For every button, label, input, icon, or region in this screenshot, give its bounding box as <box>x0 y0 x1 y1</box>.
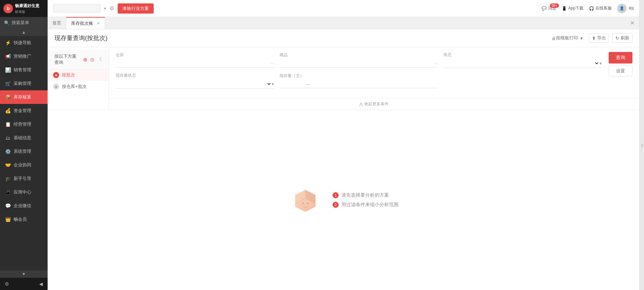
inventory-qty-to[interactable] <box>312 81 336 87</box>
filter-fields-inner: 仓库 ··· 商品 <box>109 47 639 98</box>
filter-status-field: 状态 ▾ <box>443 52 602 68</box>
quick-nav-icon: ⚡ <box>5 40 11 46</box>
search-label: 搜索菜单 <box>12 20 29 26</box>
sidebar-item-finance[interactable]: 💰 资金管理 <box>0 104 48 117</box>
filter-row-2: 现存量状态 ▾ 现存量（主） <box>116 73 602 89</box>
sidebar-item-label: 经营管理 <box>14 121 31 127</box>
scheme-settings-icon[interactable]: ◎ <box>90 57 94 62</box>
scheme-collapse-icon[interactable]: 《 <box>97 56 102 62</box>
industry-btn[interactable]: 体验行业方案 <box>118 3 154 14</box>
tab-home[interactable]: 首页 <box>48 17 66 29</box>
topbar-chevron-icon[interactable]: ▾ <box>104 6 106 11</box>
right-scroll-handle[interactable]: ❯ <box>639 0 644 290</box>
settings-button[interactable]: 设置 <box>609 66 632 76</box>
scheme-active-icon: ● <box>53 72 59 78</box>
empty-hint-1: 1 请先选择要分析的方案 <box>333 192 399 198</box>
sidebar-search[interactable]: 🔍 搜索菜单 <box>0 17 48 29</box>
topbar-app-download[interactable]: 📱 App下载 <box>562 5 583 11</box>
topbar-search-box[interactable] <box>53 4 101 13</box>
print-arrow-icon[interactable]: ▾ <box>578 36 583 41</box>
sidebar-item-label: 营销推广 <box>14 53 31 59</box>
topbar-user[interactable]: 👤 Rit <box>617 4 634 13</box>
topbar-gear-icon[interactable]: ⚙ <box>109 5 114 12</box>
tab-close-icon[interactable]: ✕ <box>97 21 100 26</box>
sidebar-item-label: 销售管理 <box>14 67 31 73</box>
tab-bar-close-button[interactable]: ✕ <box>625 20 639 26</box>
sidebar-item-ops[interactable]: 📋 经营管理 <box>0 117 48 131</box>
printer-icon: 🖨 <box>552 36 556 41</box>
filter-collapse-row[interactable]: ⋀ 收起更多条件 <box>109 98 639 110</box>
query-button[interactable]: 查询 <box>609 52 632 64</box>
headset-icon: 🎧 <box>589 6 594 11</box>
inventory-qty-from[interactable] <box>279 81 303 87</box>
sidebar-settings-icon[interactable]: ⚙ <box>5 281 9 287</box>
sidebar-item-appcenter[interactable]: 📱 应用中心 <box>0 185 48 199</box>
goods-input-row[interactable]: ··· <box>279 59 438 68</box>
sidebar-item-label: 企业协同 <box>14 162 31 168</box>
print-btn[interactable]: 🖨 按模板打印 ▾ <box>549 34 586 42</box>
sidebar-scroll-up[interactable]: ▲ <box>0 29 48 36</box>
sidebar-item-label: 库存核算 <box>14 94 31 100</box>
sidebar-item-marketing[interactable]: 📢 营销推广 <box>0 50 48 63</box>
range-dash: — <box>305 81 310 87</box>
warehouse-input-row[interactable]: ··· <box>116 59 274 68</box>
status-select-row[interactable]: ▾ <box>443 59 602 68</box>
filter-scheme-panel: 按以下方案查询 ⊕ ◎ 《 ● 按批次 ● 按仓库+批次 <box>48 47 109 110</box>
warehouse-more-icon[interactable]: ··· <box>271 61 274 66</box>
refresh-label: 刷新 <box>621 35 629 41</box>
topbar-online-support[interactable]: 🎧 在线客服 <box>589 5 612 11</box>
sidebar-item-label: 基础信息 <box>14 135 31 141</box>
inventory-status-select[interactable] <box>116 81 272 87</box>
refresh-btn[interactable]: ↻ 刷新 <box>612 33 632 43</box>
base-icon: 🗂 <box>5 135 11 141</box>
marketing-icon: 📢 <box>5 53 11 59</box>
topbar-messages[interactable]: 💬 消息 99+ <box>542 5 556 11</box>
sidebar-item-quick-nav[interactable]: ⚡ 快捷导航 <box>0 36 48 50</box>
tab-inventory-batch-label: 库存批次账 <box>71 20 93 26</box>
status-select[interactable] <box>443 60 599 66</box>
sidebar-item-sales[interactable]: 📊 销售管理 <box>0 63 48 77</box>
goods-label: 商品 <box>279 52 438 58</box>
warehouse-input[interactable] <box>116 61 271 66</box>
sidebar-item-member[interactable]: 👑 畅会员 <box>0 213 48 226</box>
inventory-status-label: 现存量状态 <box>116 73 274 78</box>
refresh-icon: ↻ <box>615 36 619 41</box>
phone-icon: 📱 <box>562 6 567 11</box>
avatar: 👤 <box>617 4 627 13</box>
inventory-qty-range-row: — <box>279 80 438 88</box>
svg-point-6 <box>307 202 309 204</box>
sidebar-item-base[interactable]: 🗂 基础信息 <box>0 131 48 145</box>
app-download-label: App下载 <box>568 5 583 11</box>
print-label: 按模板打印 <box>556 35 578 41</box>
scroll-handle-icon: ❯ <box>641 143 643 147</box>
add-scheme-icon[interactable]: ⊕ <box>83 56 87 63</box>
empty-text: 1 请先选择要分析的方案 2 用过滤条件来缩小分析范围 <box>333 192 399 208</box>
sidebar-item-label: 企业微信 <box>14 203 31 209</box>
filter-fields-container: 仓库 ··· 商品 <box>109 47 609 98</box>
filter-warehouse-field: 仓库 ··· <box>116 52 274 68</box>
topbar-search-text <box>57 6 79 11</box>
sidebar-item-system[interactable]: ⚙️ 系统管理 <box>0 145 48 158</box>
collapse-text: 收起更多条件 <box>364 101 389 107</box>
sidebar-item-label: 资金管理 <box>14 108 31 114</box>
sidebar-collapse-icon[interactable]: ◀ <box>39 281 43 287</box>
sidebar-item-wechat[interactable]: 💬 企业微信 <box>0 199 48 213</box>
sidebar-item-inventory[interactable]: 📦 库存核算 <box>0 90 48 104</box>
goods-more-icon[interactable]: ··· <box>435 61 438 66</box>
hint-text-2: 用过滤条件来缩小分析范围 <box>341 202 399 208</box>
scheme-item-batch[interactable]: ● 按批次 <box>48 69 108 81</box>
inventory-status-select-row[interactable]: ▾ <box>116 80 274 89</box>
filter-row-1: 仓库 ··· 商品 <box>116 52 602 68</box>
scheme-item-warehouse-batch[interactable]: ● 按仓库+批次 <box>48 81 108 92</box>
export-btn[interactable]: ⬆ 导出 <box>589 33 609 43</box>
sidebar-item-collab[interactable]: 🤝 企业协同 <box>0 158 48 172</box>
sidebar-footer: ⚙ ◀ <box>0 278 48 290</box>
sidebar-scroll-down[interactable]: ▼ <box>0 270 48 278</box>
sidebar-item-newguide[interactable]: 🎓 新手引导 <box>0 172 48 185</box>
sidebar-nav: ⚡ 快捷导航 📢 营销推广 📊 销售管理 🛒 采购管理 📦 库存核算 💰 资金管… <box>0 36 48 270</box>
ops-icon: 📋 <box>5 121 11 127</box>
goods-input[interactable] <box>279 61 435 66</box>
sidebar-item-purchase[interactable]: 🛒 采购管理 <box>0 77 48 90</box>
scheme-warehouse-batch-label: 按仓库+批次 <box>62 84 87 90</box>
tab-inventory-batch[interactable]: 库存批次账 ✕ <box>66 17 105 29</box>
